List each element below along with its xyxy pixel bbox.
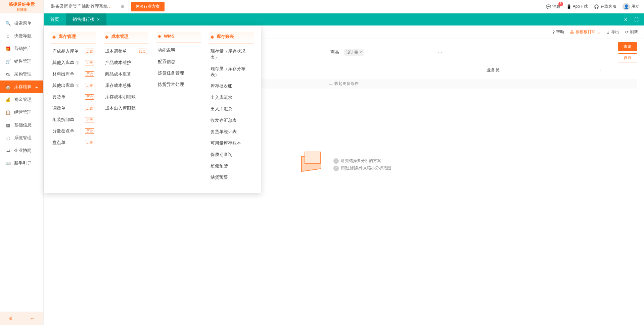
- history-badge[interactable]: 历史: [85, 94, 94, 100]
- sidebar-item-11[interactable]: 📖新手引导: [0, 157, 43, 170]
- product-chip[interactable]: 设计费×: [344, 49, 364, 56]
- mega-item-0-5[interactable]: 调拨单历史: [51, 103, 96, 114]
- gear-icon[interactable]: ⚙: [6, 314, 15, 323]
- history-badge[interactable]: 历史: [138, 49, 147, 54]
- history-badge[interactable]: 历史: [85, 117, 94, 122]
- mega-item-3-4[interactable]: 出入库汇总: [209, 103, 254, 115]
- mega-item-0-8[interactable]: 盘点单历史: [51, 137, 96, 148]
- tab-1[interactable]: 销售排行榜×: [66, 13, 106, 25]
- sidebar-item-9[interactable]: ◌系统管理: [0, 131, 43, 144]
- sidebar-item-8[interactable]: ▦基础信息: [0, 119, 43, 131]
- sidebar-item-2[interactable]: 🎁营销推广: [0, 42, 43, 55]
- industry-plan-button[interactable]: 体验行业方案: [131, 2, 165, 11]
- print-icon: 🖶: [570, 30, 574, 35]
- messages-button[interactable]: 💬 消息 6: [546, 4, 560, 9]
- mega-item-1-0[interactable]: 成本调整单历史: [104, 46, 148, 57]
- product-field[interactable]: 设计费× ⋯: [342, 48, 447, 57]
- mega-item-0-4[interactable]: 要货单历史: [51, 91, 96, 103]
- mega-item-0-3[interactable]: 其他出库单 ⓘ历史: [51, 80, 96, 91]
- mega-item-label: 收发存汇总表: [211, 117, 237, 123]
- mega-item-3-3[interactable]: 出入库流水: [209, 92, 254, 103]
- app-download-button[interactable]: 📱 App下载: [566, 4, 588, 9]
- mega-item-3-7[interactable]: 可用量库存账本: [209, 138, 254, 149]
- history-badge[interactable]: 历史: [85, 140, 94, 145]
- mega-item-label: 产品成本维护: [105, 60, 131, 66]
- sidebar-item-1[interactable]: ⌂快捷导航: [0, 30, 43, 42]
- template-print-button[interactable]: 🖶按模板打印⌄: [570, 29, 600, 35]
- mega-col-3: ◈库存账表现存量（库存状况表）现存量（库存分布表）库存批次账出入库流水出入库汇总…: [205, 32, 258, 183]
- mega-item-0-0[interactable]: 产成品入库单历史: [51, 46, 96, 57]
- history-badge[interactable]: 历史: [85, 83, 94, 88]
- system-selector[interactable]: 装备及固定资产辅助管理系统 ⌄: [48, 2, 114, 11]
- online-service-label: 在线客服: [600, 4, 616, 9]
- topbar: 装备及固定资产辅助管理系统 ⌄ ⚙ 体验行业方案 💬 消息 6 📱 App下载 …: [44, 0, 644, 13]
- mega-item-1-4[interactable]: 库存成本明细账: [104, 91, 148, 103]
- mega-item-3-2[interactable]: 库存批次账: [209, 80, 254, 92]
- tab-close-icon[interactable]: ×: [97, 17, 100, 22]
- mega-item-0-7[interactable]: 分量盘点单历史: [51, 125, 96, 137]
- mega-item-3-5[interactable]: 收发存汇总表: [209, 115, 254, 126]
- chip-remove-icon[interactable]: ×: [360, 50, 362, 55]
- mega-item-0-1[interactable]: 其他入库单 ⓘ历史: [51, 57, 96, 68]
- history-badge[interactable]: 历史: [85, 128, 94, 134]
- sidebar-item-3[interactable]: 🛒销售管理: [0, 55, 43, 68]
- search-icon: 🔍: [5, 20, 11, 26]
- history-badge[interactable]: 历史: [85, 49, 94, 54]
- sidebar-item-7[interactable]: 📋经营管理: [0, 106, 43, 119]
- mega-item-3-6[interactable]: 要货单统计表: [209, 126, 254, 138]
- mega-item-2-3[interactable]: 拣货异常处理: [156, 79, 201, 90]
- fullscreen-icon[interactable]: ⛶: [632, 15, 641, 24]
- collapse-icon[interactable]: ⇤: [28, 314, 37, 323]
- empty-illustration: [296, 149, 327, 176]
- mega-item-3-1[interactable]: 现存量（库存分布表）: [209, 63, 254, 80]
- tabs-actions: ✕ ⛶: [621, 13, 644, 25]
- sidebar-item-10[interactable]: ⇄企业协同: [0, 144, 43, 157]
- mega-item-0-6[interactable]: 组装拆卸单历史: [51, 114, 96, 125]
- mega-item-0-2[interactable]: 材料出库单历史: [51, 68, 96, 80]
- history-badge[interactable]: 历史: [85, 106, 94, 111]
- mega-item-3-9[interactable]: 超储预警: [209, 160, 254, 172]
- mega-item-3-10[interactable]: 缺货预警: [209, 172, 254, 183]
- sidebar-item-5[interactable]: 🏠库存核算▸: [0, 80, 43, 93]
- sidebar-item-label: 采购管理: [14, 71, 32, 77]
- mega-item-1-1[interactable]: 产品成本维护: [104, 57, 148, 68]
- mega-col-1: ◈成本管理成本调整单历史产品成本维护商品成本重算库存成本总账库存成本明细账成本出…: [100, 32, 152, 183]
- sidebar-item-label: 搜索菜单: [14, 20, 32, 26]
- sidebar-item-6[interactable]: 💰资金管理: [0, 93, 43, 106]
- mega-item-2-2[interactable]: 拣货任务管理: [156, 67, 201, 79]
- sidebar-item-0[interactable]: 🔍搜索菜单: [0, 17, 43, 30]
- tab-0[interactable]: 首页: [44, 13, 66, 25]
- gear-icon[interactable]: ⚙: [118, 2, 127, 11]
- mega-item-3-0[interactable]: 现存量（库存状况表）: [209, 46, 254, 63]
- logo[interactable]: 畅捷通好生意 标准版: [0, 0, 43, 13]
- help-button[interactable]: ?帮助: [552, 29, 564, 35]
- history-badge[interactable]: 历史: [85, 60, 94, 65]
- refresh-button[interactable]: ⟳刷新: [625, 29, 638, 35]
- refresh-icon: ⟳: [625, 30, 629, 35]
- mega-item-1-5[interactable]: 成本出入库跟踪: [104, 103, 148, 114]
- settings-button[interactable]: 设置: [618, 53, 637, 62]
- mega-item-2-0[interactable]: 功能说明: [156, 45, 201, 56]
- mega-item-1-2[interactable]: 商品成本重算: [104, 68, 148, 80]
- query-button[interactable]: 查询: [618, 42, 637, 51]
- mega-item-label: 产成品入库单: [52, 48, 79, 54]
- mega-item-label: 要货单统计表: [211, 129, 237, 135]
- headset-icon: 🎧: [594, 4, 599, 9]
- mega-item-3-8[interactable]: 保质期查询: [209, 149, 254, 160]
- more-icon[interactable]: ⋯: [436, 50, 444, 55]
- online-service-button[interactable]: 🎧 在线客服: [594, 4, 616, 9]
- system-selector-label: 装备及固定资产辅助管理系统: [51, 3, 108, 9]
- chevron-right-icon: ▸: [36, 85, 38, 90]
- close-all-icon[interactable]: ✕: [621, 15, 630, 24]
- sidebar-item-label: 企业协同: [14, 148, 32, 154]
- user-menu[interactable]: 👤 用友: [623, 3, 639, 10]
- more-icon[interactable]: ⋯: [596, 67, 605, 72]
- export-button[interactable]: ⤓导出: [606, 29, 619, 35]
- mega-item-1-3[interactable]: 库存成本总账: [104, 80, 148, 91]
- mega-item-2-1[interactable]: 配置信息: [156, 56, 201, 67]
- tab-label: 首页: [50, 16, 59, 22]
- mega-col-0: ◈库存管理产成品入库单历史其他入库单 ⓘ历史材料出库单历史其他出库单 ⓘ历史要货…: [47, 32, 100, 183]
- history-badge[interactable]: 历史: [85, 71, 94, 77]
- sidebar-item-4[interactable]: 🛍采购管理: [0, 68, 43, 80]
- salesperson-field[interactable]: ⋯: [502, 66, 607, 74]
